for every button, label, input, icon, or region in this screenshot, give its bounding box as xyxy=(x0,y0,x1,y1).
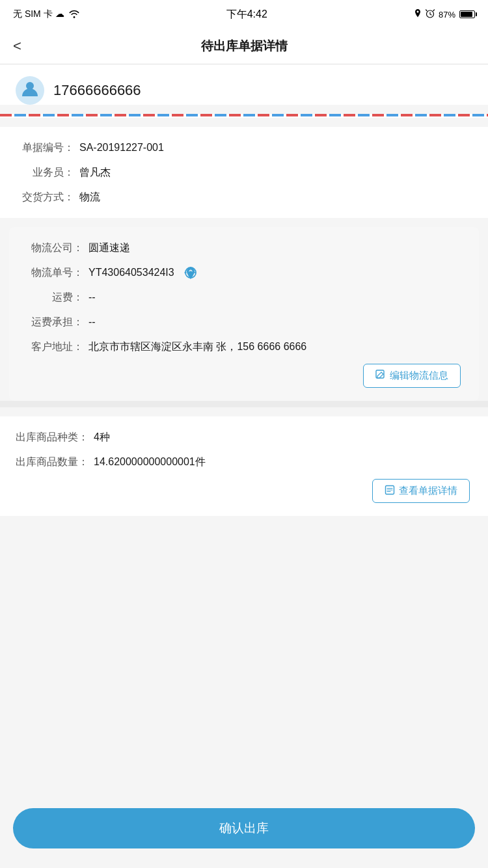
address-row: 客户地址： 北京市市辖区海淀区永丰南 张，156 6666 6666 xyxy=(25,339,463,355)
battery-icon xyxy=(459,10,475,18)
view-detail-label: 查看单据详情 xyxy=(399,485,457,497)
alarm-icon xyxy=(426,9,435,20)
doc-number-row: 单据编号： SA-20191227-001 xyxy=(16,140,472,156)
confirm-outbound-button[interactable]: 确认出库 xyxy=(13,808,475,848)
edit-logistics-btn-row: 编辑物流信息 xyxy=(25,364,463,388)
sim-label: 无 SIM 卡 ☁ xyxy=(13,8,64,20)
outbound-type-label: 出库商品种类： xyxy=(16,429,88,445)
delivery-row: 交货方式： 物流 xyxy=(16,189,472,205)
view-detail-button[interactable]: 查看单据详情 xyxy=(372,479,470,503)
company-row: 物流公司： 圆通速递 xyxy=(25,240,463,256)
back-button[interactable]: < xyxy=(13,38,21,55)
address-value: 北京市市辖区海淀区永丰南 张，156 6666 6666 xyxy=(88,339,463,355)
phone-header: 17666666666 xyxy=(0,64,488,105)
edit-logistics-button[interactable]: 编辑物流信息 xyxy=(363,364,461,388)
freight-value: -- xyxy=(88,290,463,305)
view-detail-btn-row: 查看单据详情 xyxy=(16,479,472,503)
phone-number: 17666666666 xyxy=(53,82,141,99)
freight-row: 运费： -- xyxy=(25,290,463,305)
freight-bearer-value: -- xyxy=(88,314,463,330)
outbound-quantity-row: 出库商品数量： 14.620000000000001件 xyxy=(16,454,472,470)
freight-label: 运费： xyxy=(25,290,83,305)
outbound-info-section: 出库商品种类： 4种 出库商品数量： 14.620000000000001件 查… xyxy=(0,416,488,516)
tracking-row: 物流单号： YT43064053424I3 xyxy=(25,265,463,280)
logistics-section: 物流公司： 圆通速递 物流单号： YT43064053424I3 运费： -- … xyxy=(9,227,479,401)
status-bar: 无 SIM 卡 ☁ 下午4:42 87% xyxy=(0,0,488,29)
edit-icon xyxy=(375,370,386,382)
bottom-spacer xyxy=(0,516,488,620)
wifi-icon xyxy=(68,9,80,20)
tracking-label: 物流单号： xyxy=(25,265,83,280)
user-icon xyxy=(21,79,39,102)
company-value: 圆通速递 xyxy=(88,240,463,256)
section-separator xyxy=(0,401,488,407)
outbound-quantity-label: 出库商品数量： xyxy=(16,454,88,470)
avatar xyxy=(16,76,44,105)
status-right: 87% xyxy=(414,9,475,20)
edit-logistics-label: 编辑物流信息 xyxy=(390,370,448,382)
company-label: 物流公司： xyxy=(25,240,83,256)
staff-row: 业务员： 曾凡杰 xyxy=(16,165,472,180)
location-icon[interactable] xyxy=(183,267,198,278)
bottom-area: 确认出库 xyxy=(0,798,488,868)
freight-bearer-label: 运费承担： xyxy=(25,314,83,330)
battery-percent: 87% xyxy=(439,10,455,20)
tracking-value: YT43064053424I3 xyxy=(88,265,463,280)
doc-number-value: SA-20191227-001 xyxy=(79,140,472,156)
address-label: 客户地址： xyxy=(25,339,83,355)
delivery-label: 交货方式： xyxy=(16,189,74,205)
outbound-type-value: 4种 xyxy=(94,429,472,445)
freight-bearer-row: 运费承担： -- xyxy=(25,314,463,330)
nav-bar: < 待出库单据详情 xyxy=(0,29,488,64)
outbound-type-row: 出库商品种类： 4种 xyxy=(16,429,472,445)
basic-info-section: 单据编号： SA-20191227-001 业务员： 曾凡杰 交货方式： 物流 xyxy=(0,127,488,218)
dashed-divider xyxy=(0,114,488,118)
detail-icon xyxy=(385,485,395,497)
delivery-value: 物流 xyxy=(79,189,472,205)
status-left: 无 SIM 卡 ☁ xyxy=(13,8,80,20)
status-time: 下午4:42 xyxy=(226,8,267,21)
staff-value: 曾凡杰 xyxy=(79,165,472,180)
doc-number-label: 单据编号： xyxy=(16,140,74,156)
staff-label: 业务员： xyxy=(16,165,74,180)
page-title: 待出库单据详情 xyxy=(201,38,288,55)
location-status-icon xyxy=(414,9,422,20)
outbound-quantity-value: 14.620000000000001件 xyxy=(94,454,472,470)
